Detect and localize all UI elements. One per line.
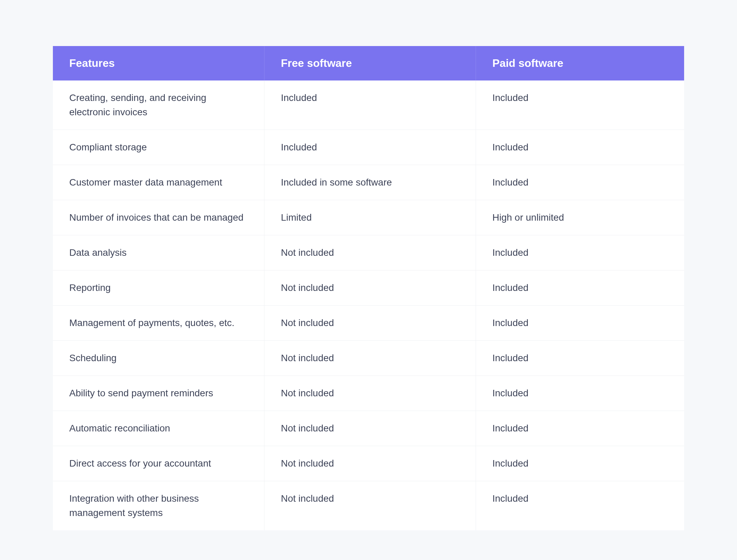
table-row: Reporting Not included Included	[53, 270, 684, 306]
free-cell: Not included	[264, 411, 476, 446]
feature-cell: Automatic reconciliation	[53, 411, 264, 446]
free-cell: Not included	[264, 341, 476, 376]
paid-cell: Included	[476, 446, 684, 481]
paid-cell: High or unlimited	[476, 200, 684, 235]
feature-cell: Scheduling	[53, 341, 264, 376]
free-cell: Not included	[264, 235, 476, 270]
free-cell: Not included	[264, 481, 476, 531]
free-cell: Included in some software	[264, 165, 476, 200]
feature-cell: Integration with other business manageme…	[53, 481, 264, 531]
free-cell: Not included	[264, 376, 476, 411]
table-row: Customer master data management Included…	[53, 165, 684, 200]
free-cell: Not included	[264, 306, 476, 341]
table-row: Automatic reconciliation Not included In…	[53, 411, 684, 446]
table-row: Data analysis Not included Included	[53, 235, 684, 270]
header-row: Features Free software Paid software	[53, 46, 684, 80]
table-row: Creating, sending, and receiving electro…	[53, 80, 684, 130]
paid-cell: Included	[476, 411, 684, 446]
table-row: Direct access for your accountant Not in…	[53, 446, 684, 481]
table-header: Features Free software Paid software	[53, 46, 684, 80]
table-row: Ability to send payment reminders Not in…	[53, 376, 684, 411]
header-paid: Paid software	[476, 46, 684, 80]
feature-cell: Data analysis	[53, 235, 264, 270]
table-row: Compliant storage Included Included	[53, 130, 684, 165]
paid-cell: Included	[476, 130, 684, 165]
feature-cell: Creating, sending, and receiving electro…	[53, 80, 264, 130]
free-cell: Limited	[264, 200, 476, 235]
paid-cell: Included	[476, 306, 684, 341]
table-row: Number of invoices that can be managed L…	[53, 200, 684, 235]
feature-cell: Compliant storage	[53, 130, 264, 165]
feature-cell: Customer master data management	[53, 165, 264, 200]
paid-cell: Included	[476, 80, 684, 130]
comparison-table-container: Features Free software Paid software Cre…	[53, 46, 684, 530]
table-row: Scheduling Not included Included	[53, 341, 684, 376]
free-cell: Not included	[264, 270, 476, 306]
table-row: Management of payments, quotes, etc. Not…	[53, 306, 684, 341]
header-features: Features	[53, 46, 264, 80]
free-cell: Included	[264, 80, 476, 130]
feature-cell: Management of payments, quotes, etc.	[53, 306, 264, 341]
paid-cell: Included	[476, 165, 684, 200]
feature-cell: Reporting	[53, 270, 264, 306]
table-row: Integration with other business manageme…	[53, 481, 684, 531]
feature-cell: Direct access for your accountant	[53, 446, 264, 481]
paid-cell: Included	[476, 376, 684, 411]
paid-cell: Included	[476, 481, 684, 531]
comparison-table: Features Free software Paid software Cre…	[53, 46, 684, 530]
table-body: Creating, sending, and receiving electro…	[53, 80, 684, 530]
feature-cell: Ability to send payment reminders	[53, 376, 264, 411]
paid-cell: Included	[476, 235, 684, 270]
free-cell: Included	[264, 130, 476, 165]
header-free: Free software	[264, 46, 476, 80]
feature-cell: Number of invoices that can be managed	[53, 200, 264, 235]
paid-cell: Included	[476, 270, 684, 306]
free-cell: Not included	[264, 446, 476, 481]
paid-cell: Included	[476, 341, 684, 376]
